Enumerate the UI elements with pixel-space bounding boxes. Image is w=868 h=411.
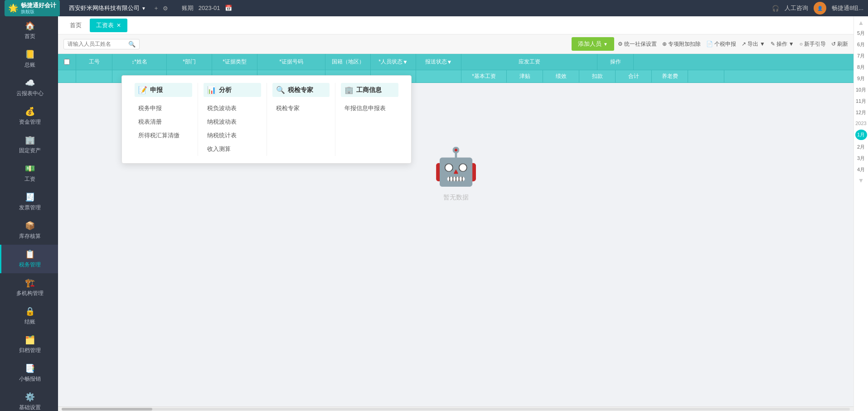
sidebar-item-fixed-asset[interactable]: 🏢 固定资产 [0, 131, 58, 159]
right-panel-month-9[interactable]: 9月 [854, 73, 868, 84]
dropdown-item-tax-declare[interactable]: 税务申报 [135, 102, 192, 115]
th-status-filter-icon[interactable]: ▼ [402, 59, 408, 65]
sidebar-item-ledger[interactable]: 📒 总账 [0, 45, 58, 73]
topbar-right: 🎧 人工咨询 👤 畅捷通8组... [772, 2, 863, 15]
sidebar-item-inventory[interactable]: 📦 库存核算 [0, 216, 58, 245]
sidebar-item-report[interactable]: 📑 小畅报销 [0, 359, 58, 387]
main-content: 首页 工资表 ✕ 🔍 添加人员 ▼ ⚙ 统一社保设置 [58, 16, 853, 411]
add-person-label: 添加人员 [578, 40, 601, 48]
sidebar-label-home: 首页 [24, 33, 35, 40]
toolbar-actions: ⚙ 统一社保设置 ⊕ 专项附加扣除 📄 个税申报 ↗ 导出 ▼ ✎ [618, 40, 848, 48]
analysis-icon: 📊 [207, 86, 216, 94]
right-panel-month-1-active[interactable]: 1月 [855, 130, 867, 140]
dropdown-item-tax-table[interactable]: 税表清册 [135, 115, 192, 129]
tab-close-icon[interactable]: ✕ [116, 22, 121, 29]
main-layout: 🏠 首页 📒 总账 ☁️ 云报表中心 💰 资金管理 🏢 固定资产 💵 工资 🧾 … [0, 16, 868, 411]
refresh-label: 刷新 [837, 40, 848, 48]
right-panel-month-12[interactable]: 12月 [854, 107, 868, 118]
horizontal-scrollbar[interactable] [58, 406, 853, 411]
tab-home[interactable]: 首页 [63, 19, 88, 32]
th-name: ↕ *姓名 [112, 54, 167, 70]
sidebar-item-settings[interactable]: ⚙️ 基础设置 [0, 387, 58, 411]
guide-btn[interactable]: ○ 新手引导 [800, 40, 826, 48]
right-panel-down-arrow[interactable]: ▼ [857, 176, 865, 185]
dropdown-item-pay-stats[interactable]: 纳税统计表 [204, 129, 261, 142]
export-btn[interactable]: ↗ 导出 ▼ [742, 40, 765, 48]
dropdown-item-tax-expert[interactable]: 税检专家 [272, 102, 330, 115]
special-deduction-btn[interactable]: ⊕ 专项附加扣除 [662, 40, 701, 48]
right-panel-month-6[interactable]: 6月 [854, 39, 868, 50]
settings-icon[interactable]: ⚙ [163, 5, 168, 12]
sidebar-item-salary[interactable]: 💵 工资 [0, 159, 58, 188]
ledger-icon: 📒 [25, 49, 35, 59]
th-name-label: *姓名 [134, 58, 147, 66]
th-cert-type-label: *证据类型 [223, 58, 247, 66]
sidebar-label-tax: 税务管理 [19, 261, 41, 269]
th-base-salary: *基本工资 [461, 70, 507, 82]
scrollbar-thumb[interactable] [62, 408, 152, 411]
empty-icon: 🤖 [433, 145, 479, 188]
right-panel-month-3[interactable]: 3月 [854, 153, 868, 164]
right-panel-month-5[interactable]: 5月 [854, 28, 868, 39]
th-op: 操作 [597, 54, 634, 70]
search-box[interactable]: 🔍 [63, 39, 140, 49]
right-panel-month-11[interactable]: 11月 [854, 96, 868, 106]
sidebar-item-invoice[interactable]: 🧾 发票管理 [0, 188, 58, 216]
cloud-icon: ☁️ [25, 78, 35, 88]
add-person-arrow-icon: ▼ [603, 42, 608, 47]
social-insurance-btn[interactable]: ⚙ 统一社保设置 [618, 40, 657, 48]
operation-btn[interactable]: ✎ 操作 ▼ [771, 40, 794, 48]
company-name: 西安虾米网络科技有限公司 [69, 4, 140, 12]
guide-action-label: 新手引导 [804, 40, 826, 48]
sidebar-item-close[interactable]: 🔒 结账 [0, 302, 58, 330]
th-id-label: 工号 [89, 58, 100, 66]
sidebar-item-home[interactable]: 🏠 首页 [0, 16, 58, 45]
fixed-asset-icon: 🏢 [25, 135, 35, 145]
home-icon: 🏠 [25, 21, 35, 31]
sidebar-item-tax[interactable]: 📋 税务管理 [0, 245, 58, 273]
sidebar-item-archive[interactable]: 🗂️ 归档管理 [0, 330, 58, 359]
right-panel-month-2[interactable]: 2月 [854, 142, 868, 152]
add-icon[interactable]: ＋ [153, 4, 159, 12]
right-panel-month-8[interactable]: 8月 [854, 62, 868, 73]
refresh-btn[interactable]: ↺ 刷新 [831, 40, 848, 48]
tab-salary-table[interactable]: 工资表 ✕ [90, 19, 127, 32]
th-perf-label: 绩效 [556, 73, 567, 80]
th-send-status-filter-icon[interactable]: ▼ [447, 59, 452, 65]
th-salary-group: 应发工资 [461, 54, 597, 70]
company-selector[interactable]: 西安虾米网络科技有限公司 ▼ [69, 4, 146, 12]
right-panel-month-7[interactable]: 7月 [854, 51, 868, 61]
th-check[interactable] [58, 54, 76, 70]
avatar[interactable]: 👤 [814, 2, 826, 15]
calendar-icon[interactable]: 📅 [225, 5, 232, 11]
add-person-button[interactable]: 添加人员 ▼ [572, 37, 614, 51]
dropdown-item-pay-wave[interactable]: 纳税波动表 [204, 115, 261, 129]
service-label[interactable]: 人工咨询 [785, 4, 808, 12]
topbar-icon-group: ＋ ⚙ [153, 4, 168, 12]
scrollbar-track[interactable] [62, 408, 850, 411]
sidebar-label-settings: 基础设置 [19, 404, 41, 411]
sidebar-label-report: 小畅报销 [19, 375, 41, 383]
search-input[interactable] [68, 41, 126, 47]
personal-tax-btn[interactable]: 📄 个税申报 [706, 40, 736, 48]
right-panel: ▲ 5月 6月 7月 8月 9月 10月 11月 12月 2023 1月 [853, 16, 868, 411]
username[interactable]: 畅捷通8组... [832, 4, 863, 12]
select-all-checkbox[interactable] [64, 59, 70, 65]
dropdown-item-annual-report[interactable]: 年报信息申报表 [341, 102, 398, 115]
operation-label: 操作 [776, 40, 787, 48]
sidebar-item-multi-org[interactable]: 🏗️ 多机构管理 [0, 273, 58, 302]
tax-expert-icon: 🔍 [276, 86, 285, 94]
right-panel-month-4[interactable]: 4月 [854, 164, 868, 175]
dropdown-item-tax-wave[interactable]: 税负波动表 [204, 102, 261, 115]
special-deduction-icon: ⊕ [662, 41, 667, 47]
inventory-icon: 📦 [25, 221, 35, 231]
right-panel-month-10[interactable]: 10月 [854, 85, 868, 95]
dropdown-item-income-tax[interactable]: 所得税汇算清缴 [135, 129, 192, 142]
settings-menu-icon: ⚙️ [25, 392, 35, 402]
th-cert-no-label: *证据号码 [279, 58, 303, 66]
th-pension: 养老费 [652, 70, 688, 82]
right-panel-up-arrow[interactable]: ▲ [857, 18, 865, 27]
dropdown-item-income-calc[interactable]: 收入测算 [204, 142, 261, 156]
sidebar-item-cloud-report[interactable]: ☁️ 云报表中心 [0, 73, 58, 102]
sidebar-item-fund[interactable]: 💰 资金管理 [0, 102, 58, 131]
